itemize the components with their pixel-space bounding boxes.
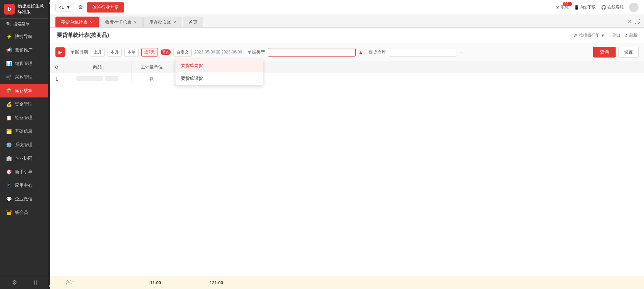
sidebar: b 畅捷通好生意 标准版 🔍 搜索菜单 ⚡快捷导航📢营销推广📊销售管理🛒采购管理… [0, 0, 50, 289]
nav-label-finance: 资金管理 [15, 101, 32, 107]
col-header-settings[interactable]: ⚙ [50, 61, 64, 73]
refresh-btn[interactable]: ↺ 刷新 [624, 32, 637, 38]
type-filter-arrow[interactable]: ▲ [358, 49, 363, 55]
dropdown-option-order-goods[interactable]: 要货单要货 [175, 59, 263, 72]
sidebar-item-appstore[interactable]: 📱应用中心 [0, 179, 50, 192]
setting-btn[interactable]: 设置 [618, 47, 639, 58]
sidebar-item-system[interactable]: ⚙️系统管理 [0, 138, 50, 152]
phone-icon: 📱 [574, 5, 579, 10]
filter-expand-btn[interactable]: ▶ [55, 47, 65, 57]
sidebar-item-enterprise[interactable]: 🏢企业协同 [0, 152, 50, 165]
footer-total-label: 合计 [55, 280, 74, 286]
nav-icon-member: 👑 [5, 209, 12, 216]
warehouse-more-icon[interactable]: ⋯ [459, 49, 464, 55]
export-btn[interactable]: ↓ 导出 [609, 32, 620, 38]
col-header-unit: 主计量单位 [131, 61, 172, 73]
date-btn-prev-month[interactable]: 上月 [91, 48, 105, 57]
nav-icon-system: ⚙️ [5, 141, 12, 148]
tab-label-batch-account: 库存批次账 [149, 19, 171, 25]
tab-label-order-stats: 要货单统计表 [61, 19, 88, 25]
nav-icon-basic: 🗂️ [5, 128, 12, 135]
table-body: 1 块 11.00 121.00 [50, 73, 644, 85]
nav-icon-inventory: 📦 [5, 87, 12, 94]
footer-total-amount: 121.00 [203, 280, 230, 285]
page-header: 要货单统计表(按商品) 🖨 按模板打印 ▼ ↓ 导出 ↺ 刷新 [50, 28, 644, 43]
date-btn-7days[interactable]: 近7天 [141, 48, 158, 57]
message-icon: ✉ [556, 5, 559, 10]
nav-label-purchase: 采购管理 [15, 74, 32, 80]
tab-receive-summary[interactable]: 收发存汇总表✕ [99, 17, 143, 27]
cell-unit-0: 块 [131, 73, 172, 85]
tabbar-controls: ✕ ⛶ [627, 18, 640, 26]
sidebar-item-quick-nav[interactable]: ⚡快捷导航 [0, 30, 50, 43]
warehouse-filter-input[interactable] [389, 48, 456, 57]
date-btn-custom[interactable]: 自定义 [173, 48, 192, 57]
warehouse-filter-label: 要货仓库 [368, 49, 386, 55]
app-download-btn[interactable]: 📱 App下载 [574, 4, 596, 10]
sidebar-item-purchase[interactable]: 🛒采购管理 [0, 70, 50, 84]
col-header-extra [253, 61, 644, 73]
nav-icon-guide: 🎯 [5, 169, 12, 175]
sidebar-item-marketing[interactable]: 📢营销推广 [0, 43, 50, 57]
sidebar-item-member[interactable]: 👑畅会员 [0, 206, 50, 219]
online-service-label: 在线客服 [607, 4, 624, 10]
tab-close-batch-account[interactable]: ✕ [173, 20, 176, 25]
cell-product-0 [64, 73, 131, 85]
app-title: 畅捷通好生意 [18, 3, 44, 9]
sidebar-item-finance[interactable]: 💰资金管理 [0, 97, 50, 111]
table-wrap: ⚙ 商品 主计量单位 主数量 零售金额 1 块 11.00 121.00 [50, 61, 644, 276]
sidebar-item-basic[interactable]: 🗂️基础信息 [0, 125, 50, 138]
type-filter-group: 单据类型 ▲ [247, 48, 363, 57]
sidebar-item-wechat[interactable]: 💬企业微信 [0, 192, 50, 206]
scroll-up-icon[interactable]: ▲ [48, 0, 50, 5]
nav-label-basic: 基础信息 [15, 128, 32, 134]
nav-icon-operations: 📋 [5, 114, 12, 121]
nav-label-appstore: 应用中心 [15, 182, 32, 188]
page-container: 要货单统计表(按商品) 🖨 按模板打印 ▼ ↓ 导出 ↺ 刷新 ▶ [50, 28, 644, 289]
tab-home[interactable]: 首页 [183, 17, 203, 27]
scroll-down-icon[interactable]: ▼ [48, 284, 50, 289]
print-btn[interactable]: 🖨 按模板打印 ▼ [574, 32, 605, 38]
more-date-badge[interactable]: 更多 [161, 49, 171, 55]
nav-label-enterprise: 企业协同 [15, 155, 32, 161]
tab-close-order-stats[interactable]: ✕ [90, 20, 93, 25]
tab-label-home: 首页 [189, 19, 197, 25]
dropdown-option-order-return[interactable]: 要货单退货 [175, 72, 263, 85]
topbar-gear-icon[interactable]: ⚙ [78, 4, 83, 10]
company-selector[interactable]: 41 ▼ [55, 3, 74, 12]
tab-order-stats[interactable]: 要货单统计表✕ [55, 17, 99, 27]
messages-btn[interactable]: ✉ 消息 99+ [556, 4, 569, 10]
sidebar-item-sales[interactable]: 📊销售管理 [0, 57, 50, 70]
close-all-tabs-icon[interactable]: ✕ [627, 18, 632, 25]
query-btn[interactable]: 查询 [593, 47, 616, 58]
topbar: 41 ▼ ⚙ 体验行业方案 ✉ 消息 99+ 📱 App下载 🎧 在线客服 [50, 0, 644, 15]
type-filter-input[interactable] [268, 48, 356, 57]
tab-close-receive-summary[interactable]: ✕ [134, 20, 137, 25]
headset-icon: 🎧 [601, 5, 606, 10]
user-avatar[interactable] [629, 3, 639, 12]
date-btn-year[interactable]: 本年 [124, 48, 139, 57]
settings-icon[interactable]: ⚙ [12, 279, 17, 286]
trial-btn[interactable]: 体验行业方案 [87, 2, 124, 13]
sidebar-item-inventory[interactable]: 📦库存核算 [0, 84, 50, 97]
app-subtitle: 标准版 [18, 9, 44, 15]
tab-batch-account[interactable]: 库存批次账✕ [143, 17, 182, 27]
online-service-btn[interactable]: 🎧 在线客服 [601, 4, 624, 10]
print-dropdown-icon: ▼ [601, 33, 605, 38]
table-header: ⚙ 商品 主计量单位 主数量 零售金额 [50, 61, 644, 73]
nav-label-operations: 经营管理 [15, 115, 32, 121]
expand-tabs-icon[interactable]: ⛶ [635, 19, 640, 25]
messages-badge: 99+ [563, 2, 572, 6]
nav-label-guide: 新手引导 [15, 169, 32, 175]
collapse-icon[interactable]: ⏸ [32, 279, 39, 286]
sidebar-item-operations[interactable]: 📋经营管理 [0, 111, 50, 125]
sidebar-item-guide[interactable]: 🎯新手引导 [0, 165, 50, 179]
nav-label-sales: 销售管理 [15, 61, 32, 67]
cell-index-0: 1 [50, 73, 64, 85]
chevron-down-icon: ▼ [66, 5, 70, 10]
date-btn-cur-month[interactable]: 本月 [108, 48, 122, 57]
export-icon: ↓ [609, 33, 611, 38]
nav-icon-quick-nav: ⚡ [5, 33, 12, 40]
nav-label-quick-nav: 快捷导航 [15, 34, 32, 40]
sidebar-search[interactable]: 🔍 搜索菜单 [0, 19, 50, 30]
